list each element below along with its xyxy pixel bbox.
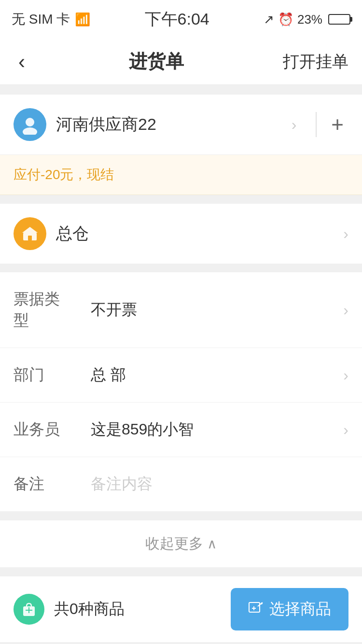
department-row[interactable]: 部门 总 部 › (0, 348, 362, 403)
wifi-icon: 📶 (75, 12, 90, 27)
gap-1 (0, 85, 362, 95)
page-container: 无 SIM 卡 📶 下午6:04 ↗ ⏰ 23% ‹ 进货单 打开挂单 (0, 0, 362, 644)
supplier-row[interactable]: 河南供应商22 › + (0, 95, 362, 155)
add-supplier-button[interactable]: + (326, 112, 348, 137)
svg-point-1 (23, 127, 37, 135)
notice-banner: 应付-20元，现结 (0, 155, 362, 195)
supplier-name: 河南供应商22 (56, 113, 292, 136)
product-count-text: 共0种商品 (54, 599, 125, 620)
notice-text: 应付-20元，现结 (14, 167, 114, 182)
warehouse-card: 总仓 › (0, 204, 362, 264)
collapse-label: 收起更多 (145, 534, 203, 554)
status-time: 下午6:04 (145, 8, 209, 30)
salesman-chevron-icon: › (343, 421, 348, 439)
page-title: 进货单 (129, 49, 184, 74)
invoice-chevron-icon: › (343, 301, 348, 319)
supplier-chevron-icon: › (292, 116, 297, 134)
remark-label: 备注 (14, 474, 71, 495)
warehouse-icon (14, 217, 46, 250)
warehouse-row[interactable]: 总仓 › (0, 204, 362, 264)
collapse-row[interactable]: 收起更多 ∧ (0, 520, 362, 568)
battery-percent: 23% (297, 12, 322, 27)
svg-rect-4 (28, 236, 32, 240)
product-count-area: 共0种商品 (14, 594, 125, 625)
status-left: 无 SIM 卡 📶 (12, 10, 90, 28)
svg-point-0 (26, 118, 34, 126)
location-icon: ↗ (264, 12, 274, 27)
battery-icon (328, 14, 350, 25)
warehouse-name: 总仓 (56, 223, 343, 245)
carrier-text: 无 SIM 卡 (12, 10, 70, 28)
gap-2 (0, 195, 362, 204)
department-label: 部门 (14, 364, 71, 386)
invoice-label: 票据类型 (14, 289, 71, 331)
warehouse-chevron-icon: › (343, 225, 348, 243)
status-bar: 无 SIM 卡 📶 下午6:04 ↗ ⏰ 23% (0, 0, 362, 39)
alarm-icon: ⏰ (278, 12, 293, 27)
bottom-bar: 共0种商品 选择商品 (0, 576, 362, 642)
invoice-value: 不开票 (71, 299, 343, 321)
product-bag-icon (14, 594, 44, 625)
salesman-label: 业务员 (14, 419, 71, 440)
invoice-row[interactable]: 票据类型 不开票 › (0, 272, 362, 348)
salesman-row[interactable]: 业务员 这是859的小智 › (0, 403, 362, 457)
remark-input[interactable]: 备注内容 (71, 474, 348, 495)
select-product-icon (248, 600, 264, 619)
svg-marker-3 (22, 227, 38, 233)
select-product-button[interactable]: 选择商品 (231, 588, 348, 630)
status-right: ↗ ⏰ 23% (264, 12, 350, 27)
remark-row[interactable]: 备注 备注内容 (0, 457, 362, 511)
supplier-divider (316, 112, 317, 137)
salesman-value: 这是859的小智 (71, 419, 343, 440)
nav-bar: ‹ 进货单 打开挂单 (0, 39, 362, 85)
supplier-card: 河南供应商22 › + 应付-20元，现结 (0, 95, 362, 195)
collapse-arrow-icon: ∧ (207, 536, 217, 552)
form-section: 票据类型 不开票 › 部门 总 部 › 业务员 这是859的小智 › 备注 备注… (0, 272, 362, 511)
department-value: 总 部 (71, 364, 343, 386)
select-product-label: 选择商品 (269, 599, 331, 620)
supplier-avatar (14, 108, 46, 141)
department-chevron-icon: › (343, 366, 348, 384)
open-pending-button[interactable]: 打开挂单 (283, 51, 348, 73)
back-button[interactable]: ‹ (14, 45, 30, 78)
